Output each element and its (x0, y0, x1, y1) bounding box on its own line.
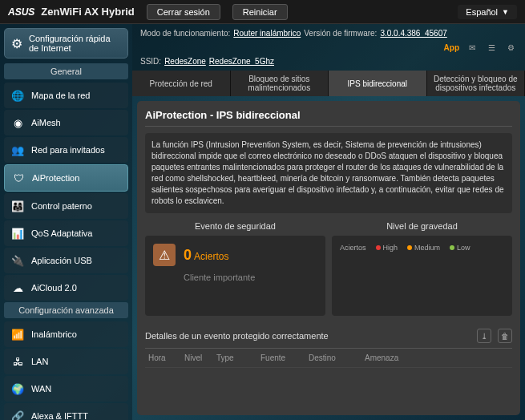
nav-aimesh[interactable]: ◉AiMesh (4, 110, 128, 135)
mode-value[interactable]: Router inalámbrico (233, 29, 301, 38)
page-title: AiProtection - IPS bidireccional (145, 109, 512, 127)
users-icon: 👥 (10, 143, 25, 157)
feedback-icon[interactable]: ☰ (485, 41, 498, 54)
nav-wan[interactable]: 🌍WAN (4, 376, 128, 402)
link-icon: 🔗 (10, 409, 25, 420)
severity-panel: Aciertos High Medium Low (332, 236, 512, 316)
col-source: Fuente (260, 353, 309, 362)
details-title: Detalles de un evento protegido correcta… (145, 331, 329, 341)
wifi-icon: 📶 (10, 327, 25, 341)
legend-medium: Medium (407, 244, 440, 252)
tab-ips[interactable]: IPS bidireccional (329, 71, 427, 96)
legend-hits: Aciertos (340, 244, 366, 252)
col-type: Type (216, 353, 260, 362)
chevron-down-icon: ▼ (502, 8, 509, 16)
cloud-icon: ☁ (10, 281, 25, 295)
tab-malicious-sites[interactable]: Bloqueo de sitios malintencionados (231, 71, 329, 96)
notify-icon[interactable]: ✉ (466, 41, 479, 54)
nav-network-map[interactable]: 🌐Mapa de la red (4, 83, 128, 108)
col-threat: Amenaza (365, 353, 509, 362)
nav-lan[interactable]: 🖧LAN (4, 349, 128, 374)
nav-qos[interactable]: 📊QoS Adaptativa (4, 220, 128, 246)
nav-aicloud[interactable]: ☁AiCloud 2.0 (4, 275, 128, 301)
export-button[interactable]: ⤓ (477, 329, 491, 343)
security-event-header: Evento de seguridad (145, 221, 325, 231)
model-name: ZenWiFi AX Hybrid (41, 6, 134, 18)
mesh-icon: ◉ (10, 115, 25, 130)
nav-alexa-ifttt[interactable]: 🔗Alexa & IFTTT (4, 403, 128, 420)
ssid2[interactable]: RedesZone_5Ghz (209, 57, 274, 66)
sidebar: ⚙ Configuración rápida de Internet Gener… (0, 24, 132, 420)
section-advanced: Configuración avanzada (4, 302, 128, 318)
logout-button[interactable]: Cerrar sesión (147, 4, 220, 20)
fw-label: Versión de firmware: (304, 29, 377, 38)
col-time: Hora (148, 353, 184, 362)
page-description: La función IPS (Intrusion Prevention Sys… (145, 133, 512, 213)
info-bar: Modo de funcionamiento: Router inalámbri… (132, 24, 525, 71)
nav-aiprotection[interactable]: 🛡AiProtection (4, 164, 128, 192)
severity-header: Nivel de gravedad (332, 221, 512, 231)
delete-button[interactable]: 🗑 (498, 329, 512, 343)
table-header: Hora Nivel Type Fuente Destino Amenaza (145, 349, 512, 368)
wan-icon: 🌍 (10, 382, 25, 396)
legend-low: Low (450, 244, 470, 252)
shield-icon: 🛡 (11, 171, 26, 185)
lan-icon: 🖧 (10, 354, 25, 369)
settings-icon[interactable]: ⚙ (504, 41, 517, 54)
nav-wireless[interactable]: 📶Inalámbrico (4, 321, 128, 347)
ssid1[interactable]: RedesZone (164, 57, 206, 66)
tab-network-protection[interactable]: Protección de red (132, 71, 231, 96)
language-label: Español (466, 7, 498, 17)
language-selector[interactable]: Español ▼ (458, 5, 517, 19)
hits-count: 0 (184, 247, 192, 263)
app-badge[interactable]: App (444, 43, 459, 52)
quick-setup-label: Configuración rápida de Internet (29, 34, 121, 53)
legend-high: High (376, 244, 398, 252)
security-event-panel: ⚠ 0 Aciertos Cliente importante (145, 236, 325, 316)
fw-value[interactable]: 3.0.0.4.386_45607 (380, 29, 446, 38)
ssid-label: SSID: (140, 57, 161, 66)
tab-infected-devices[interactable]: Detección y bloqueo de dispositivos infe… (427, 71, 526, 96)
content-area: AiProtection - IPS bidireccional La func… (137, 101, 520, 415)
quick-setup-button[interactable]: ⚙ Configuración rápida de Internet (4, 28, 128, 59)
col-level: Nivel (184, 353, 216, 362)
client-label: Cliente importante (184, 273, 317, 282)
section-general: General (4, 63, 128, 79)
usb-icon: 🔌 (10, 253, 25, 268)
col-dest: Destino (309, 353, 365, 362)
nav-guest-network[interactable]: 👥Red para invitados (4, 137, 128, 163)
reboot-button[interactable]: Reiniciar (232, 4, 288, 20)
subtabs: Protección de red Bloqueo de sitios mali… (132, 71, 525, 96)
chart-icon: 📊 (10, 226, 25, 240)
threat-icon: ⚠ (153, 244, 176, 266)
family-icon: 👨‍👩‍👧 (10, 199, 25, 213)
globe-icon: 🌐 (10, 88, 25, 103)
mode-label: Modo de funcionamiento: (140, 29, 230, 38)
gear-icon: ⚙ (11, 36, 22, 51)
nav-usb-app[interactable]: 🔌Aplicación USB (4, 248, 128, 273)
brand-logo: ASUS (8, 6, 34, 18)
nav-parental[interactable]: 👨‍👩‍👧Control paterno (4, 193, 128, 219)
hits-label: Aciertos (194, 251, 228, 262)
